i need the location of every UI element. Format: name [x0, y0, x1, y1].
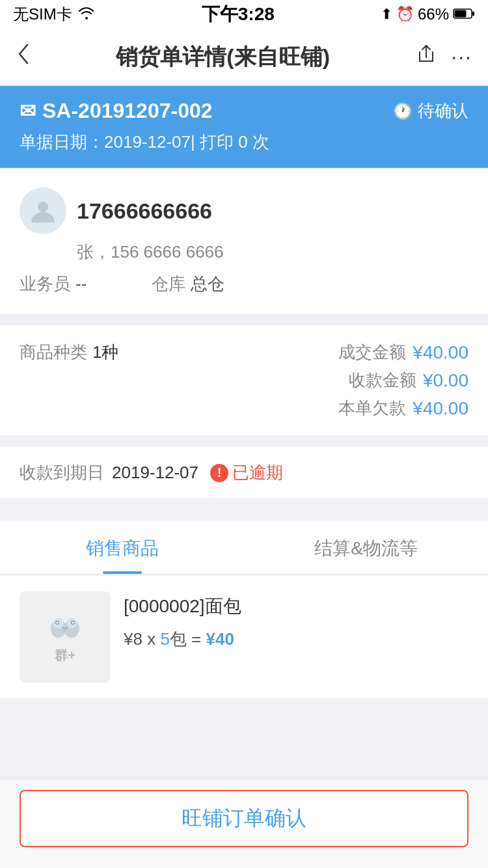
- price-text: ¥8 x: [124, 629, 160, 649]
- bottom-spacer: [0, 698, 488, 776]
- tab-settlement[interactable]: 结算&物流等: [244, 521, 488, 574]
- overdue-badge: ! 已逾期: [210, 461, 283, 484]
- tabs-row: 销售商品 结算&物流等: [0, 521, 488, 575]
- collected-label: 收款金额: [349, 369, 416, 392]
- customer-avatar: [20, 187, 66, 234]
- product-type: 商品种类 1种: [20, 341, 118, 364]
- carrier-text: 无SIM卡: [13, 4, 72, 25]
- battery-icon: [453, 5, 475, 23]
- tabs-container: 销售商品 结算&物流等: [0, 521, 488, 575]
- order-number-text: SA-20191207-002: [42, 99, 213, 123]
- debt-amount-row: 本单欠款 ¥40.00: [338, 397, 468, 420]
- product-price: ¥8 x 5包 = ¥40: [124, 628, 468, 651]
- debt-label: 本单欠款: [338, 397, 406, 420]
- confirm-label: 旺铺订单确认: [182, 804, 306, 833]
- overdue-text: 已逾期: [232, 461, 283, 484]
- customer-name-info: 张，156 6666 6666: [20, 241, 468, 264]
- due-date-value: 2019-12-07: [112, 463, 198, 483]
- location-icon: ⬆: [381, 6, 392, 23]
- status-clock-icon: 🕐: [393, 102, 413, 120]
- salesperson-label: 业务员: [20, 273, 70, 295]
- order-status: 🕐 待确认: [393, 100, 468, 122]
- warehouse-label: 仓库: [152, 273, 185, 295]
- summary-card: 商品种类 1种 成交金额 ¥40.00 收款金额 ¥0.00 本单欠款 ¥40.…: [0, 325, 488, 435]
- order-icon: ✉: [20, 100, 36, 122]
- warehouse-value: 总仓: [191, 273, 224, 295]
- svg-point-3: [38, 202, 48, 212]
- svg-point-11: [72, 621, 74, 623]
- deal-amount-label: 成交金额: [338, 341, 406, 364]
- overdue-icon: !: [210, 464, 228, 482]
- tab-sales-products[interactable]: 销售商品: [0, 521, 244, 574]
- nav-actions: ···: [414, 43, 472, 72]
- tab-settlement-label: 结算&物流等: [314, 538, 418, 558]
- customer-meta: 业务员 -- 仓库 总仓: [20, 273, 468, 295]
- tab-active-indicator: [103, 571, 142, 574]
- order-header-banner: ✉ SA-20191207-002 🕐 待确认 单据日期：2019-12-07|…: [0, 86, 488, 168]
- svg-rect-1: [472, 12, 474, 16]
- confirm-button[interactable]: 旺铺订单确认: [20, 790, 468, 847]
- separator-3: [0, 500, 488, 510]
- share-icon[interactable]: [414, 43, 438, 72]
- product-thumbnail: 群+: [20, 591, 111, 683]
- customer-card: 17666666666 张，156 6666 6666 业务员 -- 仓库 总仓: [0, 169, 488, 314]
- deal-amount-row: 成交金额 ¥40.00: [338, 341, 468, 364]
- more-icon[interactable]: ···: [451, 45, 472, 69]
- qty-text: 5: [160, 629, 169, 649]
- status-time: 下午3:28: [202, 2, 275, 27]
- collected-amount-row: 收款金额 ¥0.00: [349, 369, 468, 392]
- page-title: 销货单详情(来自旺铺): [116, 42, 330, 72]
- wifi-icon: [77, 5, 96, 23]
- bottom-bar: 旺铺订单确认: [0, 779, 488, 868]
- status-left: 无SIM卡: [13, 4, 96, 25]
- svg-rect-2: [454, 10, 466, 18]
- tab-sales-label: 销售商品: [86, 538, 159, 558]
- status-bar: 无SIM卡 下午3:28 ⬆ ⏰ 66%: [0, 0, 488, 29]
- back-button[interactable]: [16, 41, 31, 73]
- collected-value: ¥0.00: [423, 370, 468, 391]
- salesperson-value: --: [75, 274, 87, 294]
- status-text: 待确认: [418, 100, 468, 122]
- nav-bar: 销货单详情(来自旺铺) ···: [0, 29, 488, 86]
- status-right: ⬆ ⏰ 66%: [381, 5, 475, 23]
- svg-point-10: [57, 621, 59, 623]
- warehouse-meta: 仓库 总仓: [152, 273, 224, 295]
- deal-amount-value: ¥40.00: [413, 342, 468, 363]
- customer-phone: 17666666666: [77, 198, 212, 224]
- thumb-brand-label: 群+: [55, 647, 75, 664]
- due-date-label: 收款到期日: [20, 461, 104, 484]
- product-type-label: 商品种类: [20, 341, 87, 364]
- separator-2: [0, 437, 488, 447]
- order-date: 单据日期：2019-12-07| 打印 0 次: [20, 131, 468, 154]
- salesperson-meta: 业务员 --: [20, 273, 87, 295]
- total-price: ¥40: [206, 629, 234, 649]
- amounts-section: 成交金额 ¥40.00 收款金额 ¥0.00 本单欠款 ¥40.00: [338, 341, 468, 420]
- product-info: [0000002]面包 ¥8 x 5包 = ¥40: [124, 591, 468, 651]
- alarm-icon: ⏰: [396, 6, 414, 23]
- battery-text: 66%: [418, 5, 449, 23]
- separator-1: [0, 315, 488, 325]
- product-type-value: 1种: [92, 341, 118, 364]
- product-card: 群+ [0000002]面包 ¥8 x 5包 = ¥40: [0, 576, 488, 698]
- due-date-card: 收款到期日 2019-12-07 ! 已逾期: [0, 447, 488, 498]
- product-name: [0000002]面包: [124, 594, 468, 619]
- order-number: ✉ SA-20191207-002: [20, 99, 213, 123]
- debt-value: ¥40.00: [413, 398, 468, 419]
